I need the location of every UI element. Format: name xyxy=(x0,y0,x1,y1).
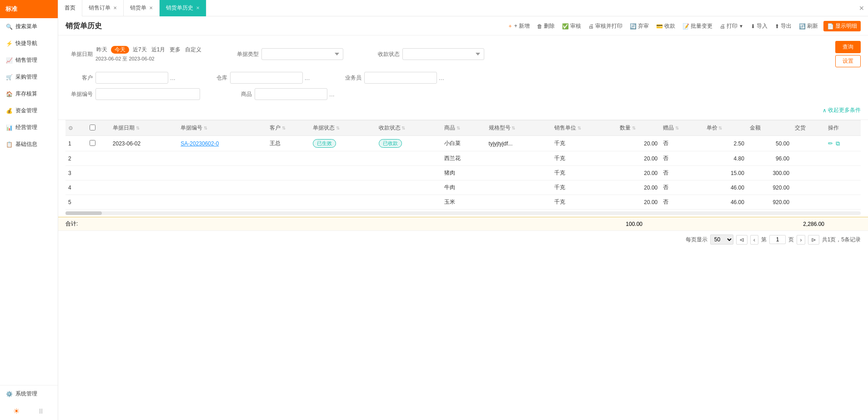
table-container: ⚙ 单据日期 单据编号 客户 单据状态 收款状态 商品 规格型号 销售单位 数量… xyxy=(58,120,868,210)
col-qty[interactable]: 数量 xyxy=(617,120,660,136)
scrollbar-thumb[interactable] xyxy=(65,211,102,215)
print-label: 打印 xyxy=(727,22,738,30)
batch-change-button[interactable]: 📝 批量变更 xyxy=(681,21,714,31)
last-page-button[interactable]: ⊳ xyxy=(808,235,819,245)
horizontal-scrollbar[interactable] xyxy=(65,211,861,215)
date-tab-1month[interactable]: 近1月 xyxy=(151,46,166,54)
col-unit[interactable]: 销售单位 xyxy=(552,120,617,136)
next-page-button[interactable]: › xyxy=(797,235,805,245)
sidebar-item-quicknav[interactable]: ⚡ 快捷导航 xyxy=(0,35,58,52)
date-tab-custom[interactable]: 自定义 xyxy=(184,46,202,54)
audit-print-label: 审核并打印 xyxy=(595,22,622,30)
finance-icon: 💰 xyxy=(5,107,13,115)
customer-input[interactable] xyxy=(95,72,168,84)
pause-icon: ⏸ xyxy=(37,407,45,415)
date-tab-more[interactable]: 更多 xyxy=(169,46,181,54)
doc-type-select[interactable] xyxy=(261,48,343,60)
pay-status-select[interactable] xyxy=(402,48,484,60)
sidebar-item-bottom-icons[interactable]: ☀ ⏸ xyxy=(0,402,58,420)
table-gear-icon[interactable]: ⚙ xyxy=(68,125,73,131)
col-doc-no[interactable]: 单据编号 xyxy=(178,120,267,136)
docno-label: 单据编号 xyxy=(65,90,93,98)
audit-print-button[interactable]: 🖨 审核并打印 xyxy=(587,21,624,31)
tab-sales-delivery[interactable]: 销货单 ✕ xyxy=(124,0,160,16)
cell-goods: 牛肉 xyxy=(442,180,486,195)
per-page-label: 每页显示 xyxy=(686,236,707,244)
date-tab-today[interactable]: 今天 xyxy=(111,46,129,54)
tab-sales-history[interactable]: 销货单历史 ✕ xyxy=(160,0,206,16)
cell-checkbox xyxy=(87,151,110,166)
col-gift[interactable]: 赠品 xyxy=(660,120,703,136)
show-detail-button[interactable]: 📄 显示明细 xyxy=(823,21,861,31)
goods-input[interactable] xyxy=(255,88,327,100)
sidebar-item-purchase[interactable]: 🛒 采购管理 xyxy=(0,69,58,85)
doc-status-badge: 已生效 xyxy=(313,139,336,148)
edit-icon[interactable]: ✏ xyxy=(828,140,833,147)
sidebar-item-sales[interactable]: 📈 销售管理 xyxy=(0,52,58,69)
docno-input[interactable] xyxy=(95,88,200,100)
col-doc-status[interactable]: 单据状态 xyxy=(310,120,376,136)
sidebar-item-finance[interactable]: 💰 资金管理 xyxy=(0,102,58,119)
delete-button[interactable]: 🗑 删除 xyxy=(535,21,557,31)
salesperson-input[interactable] xyxy=(364,72,437,84)
export-icon: ⬆ xyxy=(775,23,779,30)
warehouse-dots[interactable]: ... xyxy=(305,74,310,81)
tab-sales-order-label: 销售订单 xyxy=(89,4,110,12)
date-range-value: 2023-06-02 至 2023-06-02 xyxy=(95,55,202,62)
warehouse-input[interactable] xyxy=(230,72,303,84)
docno-filter-group: 单据编号 xyxy=(65,88,200,100)
first-page-button[interactable]: ⊲ xyxy=(736,235,748,245)
tab-close-sales-history[interactable]: ✕ xyxy=(196,5,200,10)
query-button[interactable]: 查询 xyxy=(835,41,861,53)
col-spec[interactable]: 规格型号 xyxy=(486,120,552,136)
doc-no-link[interactable]: SA-20230602-0 xyxy=(181,140,219,147)
import-button[interactable]: ⬇ 导入 xyxy=(749,21,769,31)
audit-button[interactable]: ✅ 审核 xyxy=(560,21,583,31)
window-close-button[interactable]: ✕ xyxy=(859,5,864,12)
sidebar-item-inventory[interactable]: 🏠 库存核算 xyxy=(0,85,58,102)
settings-button[interactable]: 设置 xyxy=(835,55,861,67)
tab-close-sales-delivery[interactable]: ✕ xyxy=(149,5,153,10)
per-page-select[interactable]: 50 100 200 xyxy=(710,235,733,245)
goods-dots[interactable]: ... xyxy=(329,90,335,98)
cell-unit: 千克 xyxy=(552,180,617,195)
date-tab-7days[interactable]: 近7天 xyxy=(132,46,148,54)
footer-label: 合计: xyxy=(65,220,138,228)
row-checkbox[interactable] xyxy=(90,140,95,146)
new-button[interactable]: ＋ + 新增 xyxy=(506,21,532,31)
page-number-input[interactable] xyxy=(769,235,786,244)
cell-price: 4.80 xyxy=(704,151,747,166)
customer-dots[interactable]: ... xyxy=(170,74,176,81)
date-tab-yesterday[interactable]: 昨天 xyxy=(95,46,108,54)
prev-page-button[interactable]: ‹ xyxy=(750,235,758,245)
salesperson-dots[interactable]: ... xyxy=(439,74,444,81)
export-button[interactable]: ⬆ 导出 xyxy=(773,21,793,31)
sidebar-item-search[interactable]: 🔍 搜索菜单 xyxy=(0,18,58,35)
tab-close-sales-order[interactable]: ✕ xyxy=(113,5,117,10)
tab-home[interactable]: 首页 xyxy=(58,0,82,16)
tab-sales-order[interactable]: 销售订单 ✕ xyxy=(82,0,124,16)
select-all-checkbox[interactable] xyxy=(90,125,95,130)
col-gear[interactable]: ⚙ xyxy=(65,120,87,136)
page-title: 销货单历史 xyxy=(65,21,102,31)
col-goods[interactable]: 商品 xyxy=(442,120,486,136)
cell-checkbox xyxy=(87,136,110,151)
col-price[interactable]: 单价 xyxy=(704,120,747,136)
warehouse-filter-group: 仓库 ... xyxy=(200,72,310,84)
sidebar-item-basicinfo[interactable]: 📋 基础信息 xyxy=(0,136,58,153)
cell-unit: 千克 xyxy=(552,166,617,180)
cell-gift: 否 xyxy=(660,166,703,180)
col-pay-status[interactable]: 收款状态 xyxy=(376,120,442,136)
col-doc-date[interactable]: 单据日期 xyxy=(110,120,178,136)
sidebar-item-operations[interactable]: 📊 经营管理 xyxy=(0,119,58,136)
sidebar-item-label: 系统管理 xyxy=(15,390,37,398)
search-menu-icon: 🔍 xyxy=(5,23,13,30)
refresh-button[interactable]: 🔃 刷新 xyxy=(797,21,820,31)
collect-button[interactable]: 💳 收款 xyxy=(654,21,677,31)
print-button[interactable]: 🖨 打印 ▼ xyxy=(718,21,745,31)
col-customer[interactable]: 客户 xyxy=(267,120,310,136)
copy-icon[interactable]: ⧉ xyxy=(836,140,840,147)
abandon-button[interactable]: 🔄 弃审 xyxy=(628,21,651,31)
sidebar-item-sysmgmt[interactable]: ⚙️ 系统管理 xyxy=(0,385,58,402)
collapse-button[interactable]: ∧ 收起更多条件 xyxy=(823,106,861,114)
